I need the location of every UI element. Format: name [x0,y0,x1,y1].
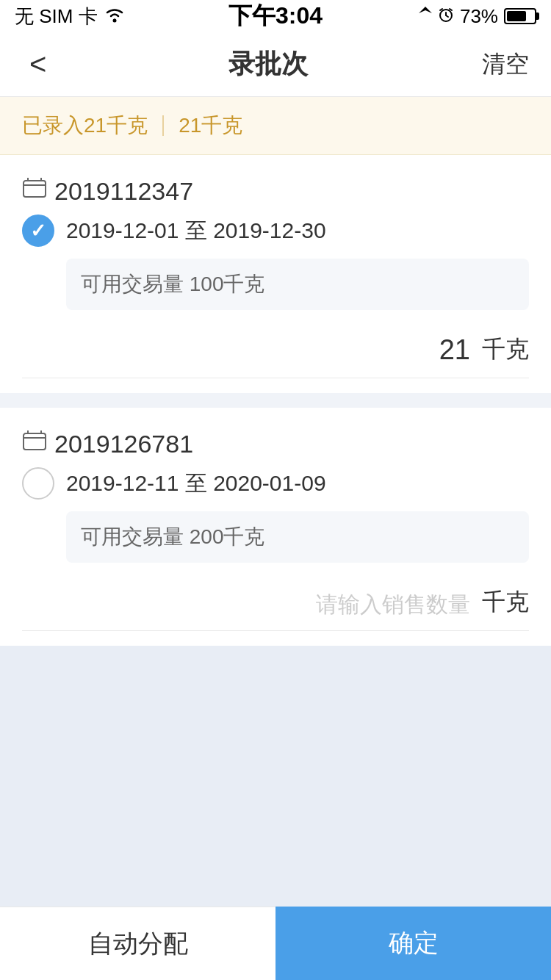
qty-input-row-1: 千克 [22,322,529,378]
nav-bar: < 录批次 清空 [0,32,551,97]
auto-distribute-button[interactable]: 自动分配 [0,907,276,980]
batch-date-row-1: 2019-12-01 至 2019-12-30 [22,215,529,247]
separator-1 [0,393,551,408]
wifi-icon [104,5,126,28]
qty-input-row-2: 千克 [22,574,529,631]
confirm-button[interactable]: 确定 [276,907,551,980]
qty-input-2[interactable] [122,587,470,619]
svg-rect-2 [24,181,46,197]
battery-text: 73% [460,5,498,28]
svg-point-0 [112,18,116,22]
batch-id-2: 2019126781 [54,430,193,458]
radio-2[interactable] [22,467,54,500]
content-area: 2019112347 2019-12-01 至 2019-12-30 可用交易量… [0,155,551,965]
radio-1[interactable] [22,215,54,247]
batch-id-icon-2 [22,430,47,458]
back-button[interactable]: < [22,40,54,88]
batch-id-icon-1 [22,178,47,206]
qty-unit-1: 千克 [482,334,529,366]
page-title: 录批次 [228,46,308,82]
available-qty-1: 可用交易量 100千克 [66,259,529,310]
batch-item-1: 2019112347 2019-12-01 至 2019-12-30 可用交易量… [0,155,551,393]
svg-rect-6 [24,433,46,450]
location-icon [419,5,432,28]
clear-button[interactable]: 清空 [482,48,529,81]
batch-date-1: 2019-12-01 至 2019-12-30 [66,216,326,246]
summary-value: 21千克 [179,112,242,140]
qty-unit-2: 千克 [482,586,529,619]
batch-header-1: 2019112347 [22,177,529,206]
battery-icon [504,8,536,24]
alarm-icon [438,5,454,28]
bottom-buttons: 自动分配 确定 [0,907,551,980]
status-right: 73% [419,5,536,28]
status-left: 无 SIM 卡 [15,4,126,29]
carrier-text: 无 SIM 卡 [15,4,98,29]
summary-divider [162,115,164,136]
summary-label: 已录入21千克 [22,112,148,140]
batch-item-2: 2019126781 2019-12-11 至 2020-01-09 可用交易量… [0,408,551,646]
batch-date-row-2: 2019-12-11 至 2020-01-09 [22,467,529,500]
available-qty-2: 可用交易量 200千克 [66,511,529,563]
batch-id-1: 2019112347 [54,177,193,206]
qty-input-1[interactable] [122,334,470,366]
summary-bar: 已录入21千克 21千克 [0,97,551,155]
status-bar: 无 SIM 卡 下午3:04 73% [0,0,551,32]
status-time: 下午3:04 [228,0,323,32]
batch-header-2: 2019126781 [22,430,529,458]
batch-date-2: 2019-12-11 至 2020-01-09 [66,469,326,499]
